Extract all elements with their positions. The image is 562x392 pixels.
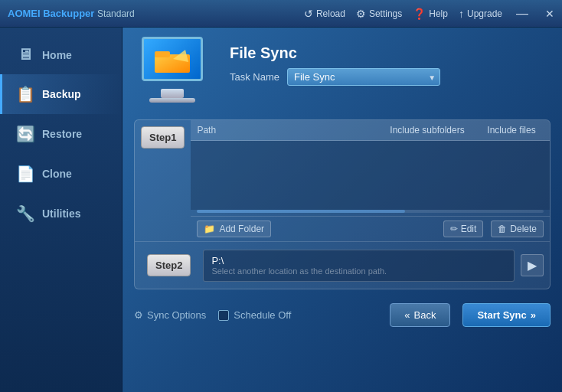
step2-input-area[interactable]: P:\ Select another location as the desti… — [203, 250, 515, 282]
schedule-row: Schedule Off — [218, 309, 291, 321]
sidebar-item-backup[interactable]: 📋 Backup — [0, 74, 122, 114]
task-name-label: Task Name — [230, 71, 279, 83]
edit-icon: ✏ — [450, 224, 458, 234]
step1-content: Path Include subfolders Include files 📁 … — [191, 120, 550, 241]
schedule-label: Schedule Off — [234, 309, 291, 321]
table-body — [191, 141, 550, 210]
page-title: File Sync — [230, 44, 547, 62]
separator: — — [516, 7, 528, 21]
col-path: Path — [191, 123, 381, 137]
close-button[interactable]: ✕ — [545, 8, 554, 20]
monitor-base — [149, 98, 195, 103]
monitor-graphic — [130, 37, 214, 106]
reload-icon: ↺ — [304, 8, 313, 20]
step2-button[interactable]: Step2 — [147, 254, 191, 276]
sidebar-item-clone[interactable]: 📄 Clone — [0, 154, 122, 194]
bottom-bar: ⚙ Sync Options Schedule Off « Back Start… — [123, 296, 562, 335]
step1-section: Step1 Path Include subfolders Include fi… — [135, 120, 550, 241]
monitor-screen — [142, 37, 203, 81]
start-sync-button[interactable]: Start Sync » — [462, 303, 551, 327]
add-folder-button[interactable]: 📁 Add Folder — [197, 220, 271, 237]
task-name-select-wrapper[interactable]: File Sync ▼ — [287, 68, 440, 86]
help-button[interactable]: ❓ Help — [413, 8, 448, 20]
settings-button[interactable]: ⚙ Settings — [356, 8, 402, 20]
banner-title-area: File Sync Task Name File Sync ▼ — [230, 37, 547, 86]
sidebar-item-home[interactable]: 🖥 Home — [0, 35, 122, 74]
arrow-right-icon: ▶ — [528, 259, 537, 272]
task-name-select[interactable]: File Sync — [287, 68, 440, 86]
banner-illustration — [130, 37, 222, 113]
forward-icon: » — [531, 309, 536, 321]
folder-table: Path Include subfolders Include files 📁 … — [191, 120, 550, 241]
scrollbar-thumb — [197, 210, 405, 213]
trash-icon: 🗑 — [498, 224, 507, 234]
step2-browse-button[interactable]: ▶ — [521, 254, 544, 276]
col-files: Include files — [473, 123, 550, 137]
folder-icon — [153, 44, 191, 74]
svg-rect-1 — [155, 51, 170, 57]
upgrade-button[interactable]: ↑ Upgrade — [459, 8, 502, 20]
restore-icon: 🔄 — [16, 125, 34, 143]
backup-icon: 📋 — [16, 85, 34, 103]
titlebar-actions: ↺ Reload ⚙ Settings ❓ Help ↑ Upgrade — ✕ — [304, 7, 554, 21]
banner: File Sync Task Name File Sync ▼ — [123, 28, 562, 113]
task-name-row: Task Name File Sync ▼ — [230, 68, 547, 86]
step1-button[interactable]: Step1 — [141, 126, 185, 149]
app-logo: AOMEI Backupper Standard — [8, 8, 135, 19]
table-header: Path Include subfolders Include files — [191, 120, 550, 141]
content-area: Step1 Path Include subfolders Include fi… — [134, 119, 551, 289]
home-icon: 🖥 — [16, 46, 34, 64]
monitor-stand — [161, 89, 184, 98]
back-button[interactable]: « Back — [390, 303, 450, 327]
step2-hint: Select another location as the destinati… — [211, 266, 506, 276]
schedule-checkbox[interactable] — [218, 310, 229, 321]
back-icon: « — [404, 309, 410, 321]
delete-button[interactable]: 🗑 Delete — [491, 220, 544, 237]
utilities-icon: 🔧 — [16, 204, 34, 223]
col-subfolders: Include subfolders — [381, 123, 473, 137]
add-folder-icon: 📁 — [204, 224, 215, 234]
app-body: 🖥 Home 📋 Backup 🔄 Restore 📄 Clone 🔧 Util… — [0, 28, 562, 392]
upgrade-icon: ↑ — [459, 8, 464, 20]
titlebar: AOMEI Backupper Standard ↺ Reload ⚙ Sett… — [0, 0, 562, 28]
gear-small-icon: ⚙ — [134, 309, 143, 321]
sidebar-item-restore[interactable]: 🔄 Restore — [0, 114, 122, 154]
gear-icon: ⚙ — [356, 8, 366, 20]
table-footer: 📁 Add Folder ✏ Edit 🗑 Delete — [191, 216, 550, 241]
reload-button[interactable]: ↺ Reload — [304, 8, 345, 20]
sidebar: 🖥 Home 📋 Backup 🔄 Restore 📄 Clone 🔧 Util… — [0, 28, 123, 392]
step2-path: P:\ — [211, 255, 506, 266]
edit-button[interactable]: ✏ Edit — [443, 220, 484, 237]
sync-options-button[interactable]: ⚙ Sync Options — [134, 309, 206, 321]
scrollbar[interactable] — [197, 210, 544, 213]
clone-icon: 📄 — [16, 165, 34, 183]
sidebar-item-utilities[interactable]: 🔧 Utilities — [0, 194, 122, 234]
help-icon: ❓ — [413, 8, 426, 20]
main-content: File Sync Task Name File Sync ▼ Step1 — [123, 28, 562, 392]
step2-section: Step2 P:\ Select another location as the… — [135, 242, 550, 289]
